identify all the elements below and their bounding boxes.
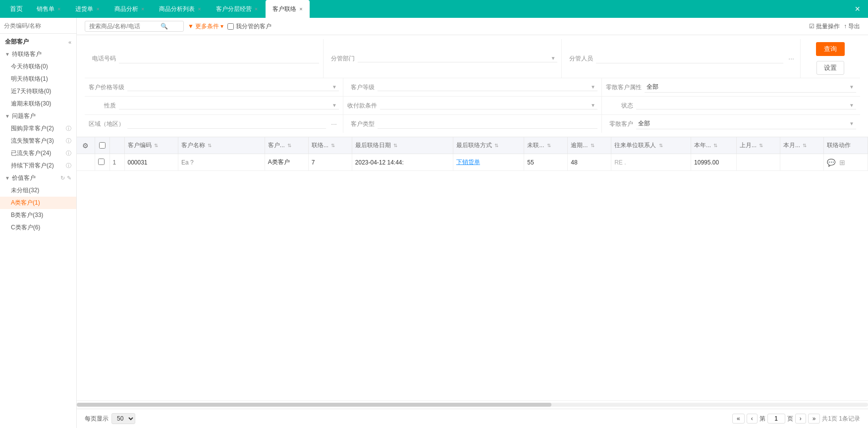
horizontal-scrollbar[interactable]	[77, 403, 868, 407]
sort-this-month[interactable]: ⇅	[803, 143, 807, 148]
sort-this-year[interactable]: ⇅	[713, 143, 717, 148]
sidebar-group-value[interactable]: ▼ 价值客户 ↻ ✎	[0, 172, 76, 184]
filter-select-customer-level[interactable]: ▼	[378, 83, 597, 91]
sidebar-all-customers-header[interactable]: 全部客户 «	[0, 34, 76, 48]
col-gear-header[interactable]: ⚙	[77, 137, 95, 154]
filter-select-price-level[interactable]: ▼	[127, 83, 339, 91]
sidebar-item-churned[interactable]: 已流失客户(24) ⓘ	[0, 147, 76, 160]
sidebar-item-c-class[interactable]: C类客户(6)	[0, 221, 76, 234]
col-this-year-header[interactable]: 本年... ⇅	[691, 137, 737, 154]
nav-tab-product-analysis[interactable]: 商品分析 ×	[108, 0, 151, 18]
sort-contact[interactable]: ⇅	[331, 143, 335, 148]
arrow-icon-value: ▼	[5, 175, 10, 181]
row-checkbox[interactable]	[98, 159, 105, 165]
filter-select-retail-customer[interactable]: 全部 ▼	[636, 118, 856, 129]
col-no-contact-header[interactable]: 未联... ⇅	[524, 137, 568, 154]
grid-icon[interactable]: ⊞	[839, 159, 845, 166]
filter-search-input[interactable]	[89, 23, 159, 30]
sort-last-month[interactable]: ⇅	[759, 143, 763, 148]
nav-tab-purchase[interactable]: 进货单 ×	[68, 0, 106, 18]
col-this-month-header[interactable]: 本月... ⇅	[780, 137, 823, 154]
sort-last-method[interactable]: ⇅	[494, 143, 498, 148]
col-overdue-header[interactable]: 逾期... ⇅	[568, 137, 611, 154]
col-type-header[interactable]: 客户... ⇅	[265, 137, 308, 154]
chat-icon[interactable]: 💬	[827, 159, 835, 166]
col-last-date-header[interactable]: 最后联络日期 ⇅	[352, 137, 453, 154]
gear-icon[interactable]: ⚙	[80, 142, 92, 150]
sidebar-item-churn-warning[interactable]: 流失预警客户(3) ⓘ	[0, 135, 76, 147]
edit-icon[interactable]: ✎	[67, 175, 71, 181]
sidebar-group-pending[interactable]: ▼ 待联络客户	[0, 48, 76, 60]
nav-close-all[interactable]: ×	[851, 4, 864, 14]
next-page-btn[interactable]: ›	[795, 414, 806, 424]
filter-input-region[interactable]	[127, 119, 326, 129]
filter-cell-customer-type: 客户类型	[343, 115, 602, 133]
batch-op-btn[interactable]: ☑ 批量操作	[809, 22, 840, 31]
filter-input-phone[interactable]	[119, 54, 319, 63]
filter-select-payment[interactable]: ▼	[380, 102, 597, 109]
refresh-icon[interactable]: ↻	[60, 175, 65, 181]
close-tab-product-analysis-list[interactable]: ×	[198, 6, 201, 12]
col-num-header	[109, 137, 124, 154]
sidebar-group-problem[interactable]: ▼ 问题客户	[0, 110, 76, 122]
ellipsis-manager-btn[interactable]: ···	[786, 54, 796, 62]
settings-btn[interactable]: 设置	[816, 61, 844, 75]
sort-name[interactable]: ⇅	[208, 143, 212, 148]
filter-search-icon[interactable]: 🔍	[161, 23, 168, 30]
sort-type[interactable]: ⇅	[287, 143, 291, 148]
sidebar-item-declining[interactable]: 持续下滑客户(2) ⓘ	[0, 160, 76, 172]
sidebar-item-overdue-pending[interactable]: 逾期未联络(30)	[0, 98, 76, 110]
last-page-btn[interactable]: »	[808, 414, 820, 424]
sidebar-item-tomorrow-pending[interactable]: 明天待联络(1)	[0, 73, 76, 85]
filter-input-customer-type[interactable]	[378, 119, 597, 129]
sidebar-collapse-icon[interactable]: «	[68, 39, 71, 45]
sidebar-item-abnormal-purchase[interactable]: 囤购异常客户(2) ⓘ	[0, 122, 76, 135]
cell-actions: 💬 ⊞	[823, 154, 868, 171]
filter-select-dept[interactable]: ▼	[358, 54, 558, 62]
first-page-btn[interactable]: «	[732, 414, 745, 424]
sidebar-item-a-class[interactable]: A类客户(1)	[0, 197, 76, 209]
page-num-input[interactable]	[767, 414, 785, 424]
filter-select-status[interactable]: ▼	[636, 102, 856, 109]
sidebar-item-7days-pending[interactable]: 近7天待联络(0)	[0, 85, 76, 98]
prev-page-btn[interactable]: ‹	[747, 414, 758, 424]
query-btn[interactable]: 查询	[816, 42, 845, 56]
nav-tab-product-analysis-list[interactable]: 商品分析列表 ×	[152, 0, 208, 18]
sidebar-item-b-class[interactable]: B类客户(33)	[0, 209, 76, 221]
filter-select-retail-attr[interactable]: 全部 ▼	[645, 82, 856, 93]
page-size-select[interactable]: 50	[111, 413, 135, 424]
col-name-header[interactable]: 客户名称 ⇅	[178, 137, 265, 154]
export-btn[interactable]: ↑ 导出	[844, 22, 860, 31]
last-method-link[interactable]: 下销货单	[456, 159, 480, 165]
close-tab-product-analysis[interactable]: ×	[141, 6, 144, 12]
col-last-month-header[interactable]: 上月... ⇅	[736, 137, 780, 154]
ellipsis-region-btn[interactable]: ···	[329, 120, 339, 128]
filter-label-retail-attr: 零散客户属性	[606, 83, 642, 92]
sort-code[interactable]: ⇅	[154, 143, 158, 148]
sidebar-search-input[interactable]	[4, 22, 77, 29]
nav-tab-sales[interactable]: 销售单 ×	[30, 0, 67, 18]
close-tab-customer-segment[interactable]: ×	[255, 6, 258, 12]
nav-tab-customer-contact[interactable]: 客户联络 ×	[266, 0, 309, 18]
nav-home[interactable]: 首页	[4, 4, 29, 13]
my-customers-checkbox[interactable]	[227, 23, 234, 30]
sort-last-date[interactable]: ⇅	[393, 143, 397, 148]
close-tab-purchase[interactable]: ×	[96, 6, 99, 12]
sort-no-contact[interactable]: ⇅	[547, 143, 551, 148]
cell-last-month	[736, 154, 780, 171]
filter-input-manager[interactable]	[596, 54, 783, 63]
col-last-method-header[interactable]: 最后联络方式 ⇅	[453, 137, 524, 154]
filter-select-nature[interactable]: ▼	[119, 102, 339, 109]
col-code-header[interactable]: 客户编码 ⇅	[124, 137, 178, 154]
col-unit-contact-header[interactable]: 往来单位联系人 ⇅	[611, 137, 691, 154]
more-conditions-btn[interactable]: ▼ 更多条件 ▾	[188, 22, 223, 31]
nav-tab-customer-segment[interactable]: 客户分层经营 ×	[209, 0, 265, 18]
sort-unit-contact[interactable]: ⇅	[659, 143, 663, 148]
sidebar-item-ungrouped[interactable]: 未分组(32)	[0, 184, 76, 197]
sort-overdue[interactable]: ⇅	[591, 143, 595, 148]
close-tab-customer-contact[interactable]: ×	[299, 6, 302, 12]
sidebar-item-today-pending[interactable]: 今天待联络(0)	[0, 60, 76, 73]
close-tab-sales[interactable]: ×	[57, 6, 60, 12]
select-all-checkbox[interactable]	[99, 142, 106, 149]
col-contact-header[interactable]: 联络... ⇅	[308, 137, 352, 154]
